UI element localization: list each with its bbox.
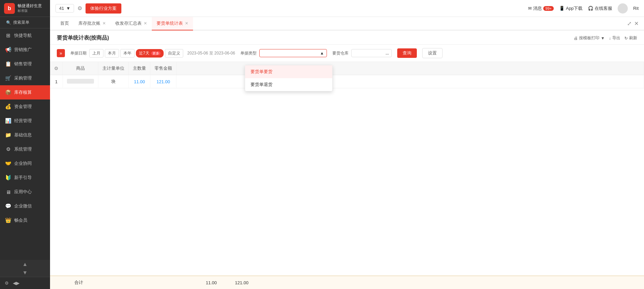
user-avatar[interactable] (618, 3, 628, 14)
warehouse-more-icon: ... (385, 51, 389, 55)
sidebar-nav: ⊞ 快捷导航 📢 营销推广 📋 销售管理 🛒 采购管理 📦 库存核算 💰 资金管… (0, 28, 50, 260)
messages-btn[interactable]: ✉ 消息 99+ (528, 5, 554, 12)
export-icon: ↓ (609, 36, 611, 41)
tab-close-order[interactable]: ✕ (185, 21, 188, 26)
trial-button[interactable]: 体验行业方案 (86, 3, 121, 14)
topbar-left: 41 ▼ ⚙ 体验行业方案 (55, 3, 121, 14)
headset-icon: 🎧 (588, 6, 593, 11)
basic-icon: 📁 (5, 132, 11, 138)
topbar: 41 ▼ ⚙ 体验行业方案 ✉ 消息 99+ 📱 App下载 🎧 在线客服 Ri… (50, 0, 644, 17)
message-icon: ✉ (528, 6, 532, 11)
settings-button[interactable]: 设置 (422, 48, 443, 58)
company-selector[interactable]: 41 ▼ (55, 4, 74, 13)
sidebar: b 畅捷通好生意 标准版 🔍 搜索菜单 ⊞ 快捷导航 📢 营销推广 📋 销售管理… (0, 0, 50, 289)
tabs-end-btns: ⤢ ✕ (627, 20, 639, 27)
td-product (63, 75, 98, 88)
dropdown-item-order-goods[interactable]: 要货单要货 (245, 65, 332, 78)
date-btns: 上月 本月 本年 近7天 更多 自定义 (89, 49, 183, 58)
app-download-btn[interactable]: 📱 App下载 (559, 5, 582, 12)
sidebar-item-finance[interactable]: 💰 资金管理 (0, 99, 50, 114)
sidebar-scroll-down[interactable]: ▲ (0, 260, 50, 269)
th-quantity: 主数量 (129, 62, 150, 75)
type-dropdown-menu: 要货单要货 要货单退货 (245, 65, 333, 91)
page-title: 要货单统计表(按商品) (57, 35, 109, 42)
sidebar-item-system[interactable]: ⚙ 系统管理 (0, 142, 50, 156)
finance-icon: 💰 (5, 103, 11, 110)
date-btn-7days[interactable]: 近7天 更多 (136, 49, 164, 58)
sidebar-item-apps[interactable]: 🖥 应用中心 (0, 185, 50, 199)
tab-inventory-batch[interactable]: 库存批次账 ✕ (74, 17, 111, 30)
tab-close-receivable[interactable]: ✕ (144, 21, 147, 26)
filter-expand-btn[interactable]: » (57, 49, 65, 57)
filter-bar: » 单据日期 上月 本月 本年 近7天 更多 自定义 2023-05-06 至 … (50, 45, 644, 62)
dropdown-item-order-return[interactable]: 要货单退货 (245, 78, 332, 91)
more-badge: 更多 (151, 51, 161, 55)
topbar-gear-icon[interactable]: ⚙ (77, 5, 82, 12)
sidebar-item-operations[interactable]: 📊 经营管理 (0, 114, 50, 128)
sidebar-search[interactable]: 🔍 搜索菜单 (0, 17, 50, 28)
sidebar-item-basic[interactable]: 📁 基础信息 (0, 128, 50, 142)
user-name: Rit (633, 6, 639, 11)
product-placeholder (67, 79, 94, 84)
sidebar-item-quick-nav[interactable]: ⊞ 快捷导航 (0, 28, 50, 43)
system-icon: ⚙ (5, 146, 11, 153)
table-header-row: ⚙ 商品 主计量单位 主数量 零售金额 (50, 62, 644, 75)
refresh-btn[interactable]: ↻ 刷新 (624, 35, 637, 41)
footer-quantity: 11.00 (196, 280, 226, 285)
page-header: 要货单统计表(按商品) 🖨 按模板打印 ▼ ↓ 导出 ↻ 刷新 (50, 30, 644, 45)
tab-close-all-icon[interactable]: ✕ (634, 20, 639, 27)
refresh-icon: ↻ (624, 36, 628, 41)
td-quantity[interactable]: 11.00 (129, 75, 150, 88)
enterprise-icon: 🤝 (5, 160, 11, 167)
th-amount: 零售金额 (150, 62, 176, 75)
data-table: ⚙ 商品 主计量单位 主数量 零售金额 1 (50, 62, 644, 88)
phone-icon: 📱 (559, 6, 565, 11)
sidebar-collapse-btn[interactable]: ◀▶ (13, 281, 20, 286)
quick-nav-icon: ⊞ (5, 32, 11, 39)
chevron-down-icon: ▼ (66, 6, 70, 11)
sales-icon: 📋 (5, 61, 11, 67)
type-filter-label: 单据类型 (240, 50, 257, 56)
page-content: 要货单统计表(按商品) 🖨 按模板打印 ▼ ↓ 导出 ↻ 刷新 » (50, 30, 644, 289)
print-btn[interactable]: 🖨 按模板打印 ▼ (574, 35, 605, 41)
sidebar-item-enterprise[interactable]: 🤝 企业协同 (0, 156, 50, 171)
type-select-chevron-up-icon: ▲ (320, 51, 324, 55)
sidebar-item-member[interactable]: 👑 畅会员 (0, 213, 50, 227)
sidebar-item-inventory[interactable]: 📦 库存核算 (0, 85, 50, 99)
tab-order-summary[interactable]: 要货单统计表 ✕ (152, 17, 193, 30)
footer-label: 合计 (54, 280, 196, 286)
td-unit: 块 (98, 75, 129, 88)
date-btn-custom[interactable]: 自定义 (165, 49, 183, 58)
table-settings-icon[interactable]: ⚙ (54, 66, 58, 71)
footer-amount: 121.00 (226, 280, 257, 285)
tab-maximize-icon[interactable]: ⤢ (627, 20, 631, 27)
sidebar-item-marketing[interactable]: 📢 营销推广 (0, 43, 50, 57)
apps-icon: 🖥 (5, 188, 11, 195)
sidebar-scroll-up[interactable]: ▼ (0, 269, 50, 277)
online-service-btn[interactable]: 🎧 在线客服 (588, 5, 612, 12)
th-settings[interactable]: ⚙ (50, 62, 63, 75)
sidebar-settings-btn[interactable]: ⚙ (5, 281, 9, 286)
tab-receivable-summary[interactable]: 收发存汇总表 ✕ (111, 17, 152, 30)
topbar-right: ✉ 消息 99+ 📱 App下载 🎧 在线客服 Rit (528, 3, 639, 14)
td-amount[interactable]: 121.00 (150, 75, 176, 88)
date-btn-this-year[interactable]: 本年 (120, 49, 135, 58)
tab-home[interactable]: 首页 (55, 17, 74, 30)
tab-bar: 首页 库存批次账 ✕ 收发存汇总表 ✕ 要货单统计表 ✕ ⤢ ✕ (50, 17, 644, 30)
sidebar-item-wechat[interactable]: 💬 企业微信 (0, 199, 50, 213)
page-header-actions: 🖨 按模板打印 ▼ ↓ 导出 ↻ 刷新 (574, 35, 637, 41)
query-button[interactable]: 查询 (397, 48, 417, 58)
export-btn[interactable]: ↓ 导出 (609, 35, 620, 41)
date-btn-this-month[interactable]: 本月 (105, 49, 119, 58)
warehouse-select[interactable]: ... (351, 49, 392, 57)
tab-close-inventory-batch[interactable]: ✕ (102, 21, 106, 26)
sidebar-item-sales[interactable]: 📋 销售管理 (0, 57, 50, 71)
sidebar-item-purchase[interactable]: 🛒 采购管理 (0, 71, 50, 85)
date-btn-last-month[interactable]: 上月 (89, 49, 103, 58)
sidebar-logo-text: 畅捷通好生意 标准版 (18, 3, 42, 14)
sidebar-item-guide[interactable]: 🔰 新手引导 (0, 171, 50, 185)
td-no: 1 (50, 75, 63, 88)
member-icon: 👑 (5, 217, 11, 224)
type-filter-select[interactable]: ▲ (259, 49, 327, 57)
guide-icon: 🔰 (5, 174, 11, 181)
